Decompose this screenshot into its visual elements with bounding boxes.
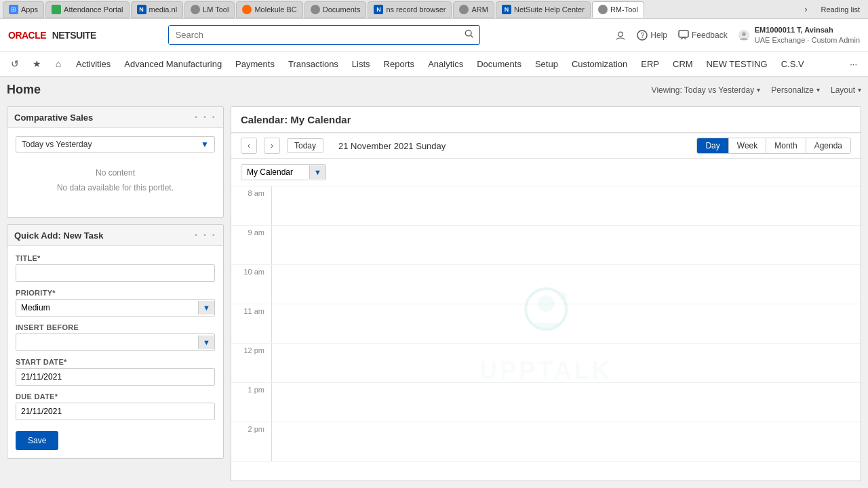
tab-rmtool[interactable]: RM-Tool	[592, 1, 644, 18]
calendar-selector[interactable]: My Calendar ▼	[241, 164, 326, 180]
comparative-sales-dots[interactable]: · · ·	[195, 111, 216, 123]
tab-documents-label: Documents	[323, 5, 361, 14]
calendar-prev-btn[interactable]: ‹	[241, 138, 257, 154]
time-content-1pm[interactable]	[272, 383, 861, 422]
search-bar[interactable]	[168, 25, 480, 45]
search-button[interactable]	[459, 26, 479, 43]
help-icon: ?	[637, 30, 648, 41]
tab-netsuitehelp[interactable]: N NetSuite Help Center	[496, 1, 591, 18]
nav-csv[interactable]: C.S.V	[774, 54, 811, 76]
quick-add-dots[interactable]: · · ·	[195, 229, 216, 241]
time-label-11am: 11 am	[231, 304, 272, 343]
time-content-2pm[interactable]	[272, 422, 861, 461]
attendance-icon	[52, 5, 61, 14]
oracle-netsuite-logo: ORACLE NETSUITE	[8, 28, 96, 42]
nav-advanced-manufacturing[interactable]: Advanced Manufacturing	[117, 54, 229, 76]
svg-text:?: ?	[641, 32, 645, 39]
layout-dropdown-arrow: ▾	[858, 86, 861, 94]
personalize-label: Personalize	[771, 85, 814, 95]
page-header-controls: Viewing: Today vs Yesterday ▾ Personaliz…	[652, 85, 861, 95]
tab-arm[interactable]: ARM	[453, 1, 494, 18]
save-button[interactable]: Save	[16, 431, 58, 450]
tab-medianl[interactable]: N media.nl	[131, 1, 184, 18]
role-switcher[interactable]	[615, 30, 626, 41]
tab-documents[interactable]: Documents	[304, 1, 367, 18]
calendar-next-btn[interactable]: ›	[264, 138, 280, 154]
user-role: UAE Exchange · Custom Admin	[755, 35, 860, 45]
time-label-2pm: 2 pm	[231, 422, 272, 461]
tab-nsrecord-label: ns record browser	[386, 5, 446, 14]
time-label-10am: 10 am	[231, 265, 272, 304]
time-content-11am[interactable]	[272, 304, 861, 343]
tab-rmtool-label: RM-Tool	[610, 5, 638, 14]
calendar-selector-select[interactable]: My Calendar	[241, 165, 309, 180]
time-slot-2pm: 2 pm	[231, 422, 861, 462]
priority-select-arrow: ▼	[198, 301, 214, 314]
nav-setup[interactable]: Setup	[528, 54, 565, 76]
priority-select[interactable]: Medium Low High	[16, 300, 198, 316]
search-icon	[465, 29, 474, 39]
nav-transactions[interactable]: Transactions	[281, 54, 345, 76]
calendar-header: Calendar: My Calendar	[231, 107, 861, 133]
calendar-view-day[interactable]: Day	[697, 138, 728, 153]
nav-erp[interactable]: ERP	[634, 54, 666, 76]
viewing-dropdown-arrow: ▾	[757, 86, 760, 94]
nav-payments[interactable]: Payments	[229, 54, 281, 76]
help-button[interactable]: ? Help	[637, 30, 667, 41]
nav-new-testing[interactable]: NEW TESTING	[700, 54, 774, 76]
user-info: EM1000011 T, Avinsah UAE Exchange · Cust…	[755, 25, 860, 45]
calendar-selector-arrow: ▼	[309, 165, 326, 179]
tab-attendance-label: Attendance Portal	[64, 5, 123, 14]
time-content-10am[interactable]	[272, 265, 861, 304]
tab-apps[interactable]: ⊞ Apps	[3, 1, 44, 18]
search-input[interactable]	[169, 26, 459, 44]
app-header: ORACLE NETSUITE ?	[0, 19, 868, 52]
feedback-button[interactable]: Feedback	[678, 30, 728, 41]
apps-icon: ⊞	[9, 5, 18, 14]
nav-customization[interactable]: Customization	[565, 54, 634, 76]
calendar-view-week[interactable]: Week	[729, 138, 766, 153]
tab-overflow-arrow[interactable]: ›	[801, 3, 812, 16]
nav-more-button[interactable]: ···	[843, 54, 864, 76]
comparative-sales-dropdown[interactable]: Today vs Yesterday ▼	[16, 136, 215, 152]
nav-lists[interactable]: Lists	[345, 54, 377, 76]
start-date-input[interactable]	[16, 368, 215, 386]
insert-before-select[interactable]	[16, 334, 198, 350]
comparative-sales-title: Comparative Sales	[14, 113, 93, 123]
comparative-sales-body: Today vs Yesterday ▼ No content No data …	[7, 128, 223, 217]
nav-crm[interactable]: CRM	[666, 54, 700, 76]
viewing-selector[interactable]: Viewing: Today vs Yesterday ▾	[652, 85, 761, 95]
insert-before-select-wrap: ▼	[16, 333, 215, 351]
time-content-12pm[interactable]	[272, 344, 861, 382]
tab-molekule[interactable]: Molekule BC	[236, 1, 302, 18]
nav-activities[interactable]: Activities	[69, 54, 117, 76]
nav-home-btn[interactable]: ⌂	[47, 53, 69, 75]
layout-button[interactable]: Layout ▾	[831, 85, 861, 95]
nav-analytics[interactable]: Analytics	[421, 54, 470, 76]
user-menu[interactable]: EM1000011 T, Avinsah UAE Exchange · Cust…	[738, 25, 860, 45]
quick-add-body: TITLE* PRIORITY* Medium Low High	[7, 246, 223, 458]
nav-star-btn[interactable]: ★	[26, 53, 47, 75]
time-content-8am[interactable]	[272, 186, 861, 225]
quick-add-header: Quick Add: New Task · · ·	[7, 225, 223, 246]
page-title: Home	[7, 83, 41, 97]
nav-back-btn[interactable]: ↺	[4, 53, 26, 75]
priority-select-wrap: Medium Low High ▼	[16, 299, 215, 317]
reading-list-button[interactable]: Reading list	[816, 4, 865, 15]
due-date-input[interactable]	[16, 403, 215, 420]
tab-lmtool[interactable]: LM Tool	[184, 1, 235, 18]
feedback-icon	[678, 30, 689, 41]
priority-label: PRIORITY*	[16, 289, 215, 297]
time-label-12pm: 12 pm	[231, 344, 272, 382]
title-input[interactable]	[16, 264, 215, 282]
calendar-today-btn[interactable]: Today	[287, 138, 323, 153]
tab-nsrecord[interactable]: N ns record browser	[368, 1, 452, 18]
calendar-view-agenda[interactable]: Agenda	[806, 138, 850, 153]
tab-attendance[interactable]: Attendance Portal	[45, 1, 129, 18]
nav-documents[interactable]: Documents	[470, 54, 528, 76]
personalize-button[interactable]: Personalize ▾	[771, 85, 820, 95]
calendar-view-month[interactable]: Month	[766, 138, 806, 153]
time-content-9am[interactable]	[272, 226, 861, 264]
comparative-sales-dropdown-value: Today vs Yesterday	[22, 140, 92, 149]
nav-reports[interactable]: Reports	[377, 54, 422, 76]
